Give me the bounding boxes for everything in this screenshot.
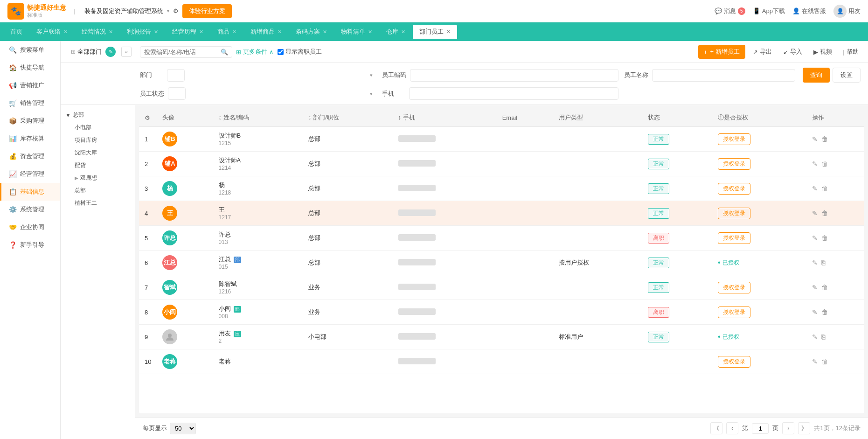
delete-icon[interactable]: 🗑	[821, 160, 828, 167]
dept-node-zongbu[interactable]: 总部	[61, 184, 135, 197]
col-dept[interactable]: ↕ 部门/职位	[303, 109, 392, 127]
tab-dept-staff-close[interactable]: ✕	[446, 29, 451, 35]
online-service-button[interactable]: 👤 在线客服	[792, 7, 826, 15]
tab-customer-close[interactable]: ✕	[63, 29, 68, 35]
phone-input[interactable]	[409, 87, 618, 100]
auth-button[interactable]: 授权登录	[718, 183, 750, 195]
sidebar-item-search[interactable]: 🔍 搜索菜单	[0, 41, 60, 59]
sidebar-item-system[interactable]: ⚙️ 系统管理	[0, 201, 60, 218]
sys-dropdown-arrow[interactable]: ▾	[167, 8, 169, 14]
more-filter-button[interactable]: ⊞ 更多条件 ∧	[236, 48, 274, 56]
auth-button[interactable]: 授权登录	[718, 356, 750, 368]
col-settings[interactable]: ⚙	[139, 109, 157, 127]
search-input[interactable]	[144, 49, 219, 56]
app-download-button[interactable]: 📱 App下载	[753, 7, 785, 15]
tab-barcode[interactable]: 条码方案 ✕	[289, 25, 333, 39]
auth-button[interactable]: 授权登录	[718, 307, 750, 318]
edit-icon[interactable]: ✎	[812, 185, 818, 192]
tab-warehouse-close[interactable]: ✕	[401, 29, 405, 35]
dept-node-shenyang[interactable]: 沈阳大库	[61, 146, 135, 159]
tab-barcode-close[interactable]: ✕	[323, 29, 327, 35]
help-button[interactable]: | 帮助	[840, 46, 862, 58]
add-employee-button[interactable]: + + 新增员工	[698, 45, 745, 59]
dept-node-zhishu[interactable]: 植树王二	[61, 197, 135, 209]
edit-icon[interactable]: ✎	[812, 358, 818, 365]
sidebar-item-operations[interactable]: 📈 经营管理	[0, 165, 60, 183]
tab-operations-close[interactable]: ✕	[109, 29, 113, 35]
col-phone[interactable]: ↕ 手机	[393, 109, 497, 127]
auth-button[interactable]: 授权登录	[718, 232, 750, 244]
delete-icon[interactable]: 🗑	[821, 185, 828, 192]
show-resign-checkbox[interactable]	[278, 49, 284, 55]
sidebar-item-sales[interactable]: 🛒 销售管理	[0, 94, 60, 112]
edit-icon[interactable]: ✎	[812, 284, 818, 291]
sidebar-item-marketing[interactable]: 📢 营销推广	[0, 77, 60, 94]
emp-code-input[interactable]	[410, 69, 618, 82]
search-icon[interactable]: 🔍	[221, 49, 228, 56]
dept-collapse-btn[interactable]: «	[121, 47, 132, 57]
import-button[interactable]: ↙ 导入	[779, 46, 806, 58]
delete-icon[interactable]: 🗑	[821, 135, 828, 143]
delete-icon[interactable]: 🗑	[821, 234, 828, 242]
sidebar-item-guide[interactable]: ❓ 新手引导	[0, 236, 60, 254]
message-button[interactable]: 💬 消息 5	[715, 7, 745, 15]
delete-icon[interactable]: 🗑	[821, 358, 828, 365]
dept-edit-icon[interactable]: ✎	[105, 47, 116, 57]
tab-add-goods[interactable]: 新增商品 ✕	[244, 25, 288, 39]
video-button[interactable]: ▶ 视频	[810, 46, 836, 58]
page-input[interactable]	[752, 423, 769, 434]
sidebar-item-inventory[interactable]: 📊 库存核算	[0, 130, 60, 147]
tab-home[interactable]: 首页	[4, 25, 29, 39]
tab-dept-staff[interactable]: 部门员工 ✕	[413, 25, 457, 39]
copy-icon[interactable]: ⎘	[821, 333, 825, 341]
col-name[interactable]: ↕ 姓名/编码	[213, 109, 303, 127]
sidebar-item-basic[interactable]: 📋 基础信息	[0, 183, 60, 201]
show-resign-check[interactable]: 显示离职员工	[278, 48, 322, 56]
auth-button[interactable]: 授权登录	[718, 133, 750, 145]
user-button[interactable]: 👤 用友	[833, 5, 861, 18]
dept-node-xiaodibu[interactable]: 小电部	[61, 121, 135, 134]
edit-icon[interactable]: ✎	[812, 333, 818, 341]
reset-button[interactable]: 设置	[833, 68, 861, 83]
tab-goods[interactable]: 商品 ✕	[211, 25, 243, 39]
dept-node-project[interactable]: 项目库房	[61, 134, 135, 146]
edit-icon[interactable]: ✎	[812, 209, 818, 217]
prev-page-button[interactable]: ‹	[726, 422, 738, 434]
tab-history[interactable]: 经营历程 ✕	[166, 25, 210, 39]
auth-button[interactable]: 授权登录	[718, 158, 750, 170]
copy-icon[interactable]: ⎘	[821, 259, 825, 266]
next-page-button[interactable]: ›	[782, 422, 794, 434]
tab-profit[interactable]: 利润报告 ✕	[120, 25, 165, 39]
tab-profit-close[interactable]: ✕	[154, 29, 158, 35]
sidebar-item-collab[interactable]: 🤝 企业协同	[0, 218, 60, 236]
sidebar-item-shortcut[interactable]: 🏠 快捷导航	[0, 59, 60, 77]
trial-button[interactable]: 体验行业方案	[182, 4, 232, 18]
edit-icon[interactable]: ✎	[812, 259, 818, 266]
tab-customer[interactable]: 客户联络 ✕	[30, 25, 74, 39]
gear-icon[interactable]: ⚙	[173, 7, 179, 14]
tab-bom-close[interactable]: ✕	[368, 29, 372, 35]
tab-operations[interactable]: 经营情况 ✕	[75, 25, 119, 39]
page-size-select[interactable]: 50 100 200	[170, 423, 196, 434]
auth-button[interactable]: 授权登录	[718, 282, 750, 293]
first-page-button[interactable]: 《	[710, 422, 722, 434]
emp-status-select[interactable]	[168, 87, 186, 100]
edit-icon[interactable]: ✎	[812, 135, 818, 143]
tab-goods-close[interactable]: ✕	[232, 29, 236, 35]
dept-node-peihuo[interactable]: 配货	[61, 159, 135, 172]
last-page-button[interactable]: 》	[798, 422, 810, 434]
emp-name-input[interactable]	[652, 69, 795, 82]
edit-icon[interactable]: ✎	[812, 234, 818, 242]
delete-icon[interactable]: 🗑	[821, 284, 828, 291]
dept-node-root[interactable]: ▼ 总部	[61, 109, 135, 121]
query-button[interactable]: 查询	[803, 68, 830, 83]
tab-bom[interactable]: 物料清单 ✕	[334, 25, 379, 39]
sidebar-item-finance[interactable]: 💰 资金管理	[0, 147, 60, 165]
delete-icon[interactable]: 🗑	[821, 308, 828, 316]
dept-select[interactable]	[167, 69, 185, 82]
delete-icon[interactable]: 🗑	[821, 209, 828, 217]
tab-history-close[interactable]: ✕	[199, 29, 203, 35]
tab-warehouse[interactable]: 仓库 ✕	[380, 25, 412, 39]
edit-icon[interactable]: ✎	[812, 160, 818, 167]
auth-button[interactable]: 授权登录	[718, 208, 750, 219]
